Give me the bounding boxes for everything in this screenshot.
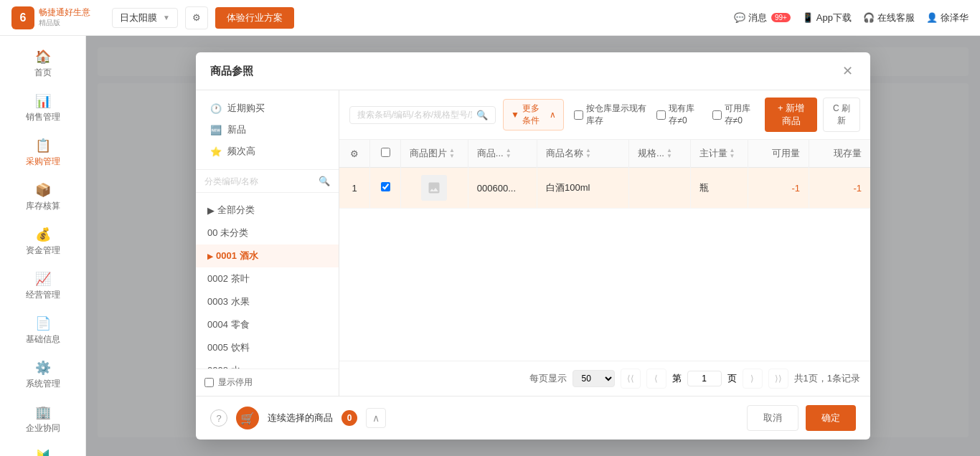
show-disabled-checkbox[interactable] (204, 378, 214, 387)
store-selector[interactable]: 日太阳膜 ▼ (112, 8, 178, 28)
product-search-input[interactable] (357, 110, 472, 120)
select-all-checkbox[interactable] (381, 148, 390, 157)
row-checkbox-cell (370, 168, 401, 209)
category-item-0005[interactable]: 0005 饮料 (196, 336, 339, 359)
quick-filter-frequent[interactable]: ⭐ 频次高 (204, 141, 330, 162)
sort-unit[interactable]: 主计量 ▲▼ (699, 147, 739, 160)
category-search-input[interactable] (204, 176, 313, 186)
trial-button[interactable]: 体验行业方案 (215, 7, 294, 29)
main-layout: 🏠 首页 📊 销售管理 📋 采购管理 📦 库存核算 💰 资金管理 📈 经营管理 … (0, 36, 980, 456)
nav-right: 💬 消息 99+ 📱 App下载 🎧 在线客服 👤 徐泽华 (734, 11, 969, 24)
category-item-0002[interactable]: 0002 茶叶 (196, 267, 339, 290)
th-avail: 可用量 (748, 140, 809, 168)
user-menu[interactable]: 👤 徐泽华 (926, 11, 969, 24)
sort-arrows-spec: ▲▼ (666, 148, 672, 159)
quick-filter-recent[interactable]: 🕐 近期购买 (204, 98, 330, 119)
collapse-footer-button[interactable]: ∧ (366, 408, 386, 428)
app-download-button[interactable]: 📱 App下载 (802, 11, 852, 24)
sidebar-label-inventory: 库存核算 (26, 200, 60, 212)
th-checkbox (370, 140, 401, 168)
confirm-button[interactable]: 确定 (806, 405, 856, 431)
prev-page-button[interactable]: ⟨ (646, 369, 666, 389)
category-label-0005: 0005 饮料 (207, 341, 250, 354)
filter-warehouse-checkbox[interactable] (574, 110, 583, 120)
sidebar-item-purchase[interactable]: 📋 采购管理 (0, 130, 85, 175)
category-item-0003[interactable]: 0003 水果 (196, 290, 339, 313)
sort-name[interactable]: 商品名称 ▲▼ (546, 147, 620, 160)
frequent-label: 频次高 (227, 145, 255, 158)
sidebar-label-enterprise: 企业协同 (26, 422, 60, 434)
dialog-close-button[interactable]: ✕ (839, 62, 856, 80)
sidebar-item-inventory[interactable]: 📦 库存核算 (0, 175, 85, 219)
app-download-label: App下载 (816, 11, 852, 24)
add-product-button[interactable]: + 新增商品 (765, 98, 817, 132)
triangle-icon: ▶ (207, 205, 215, 216)
category-item-0001[interactable]: ▶ 0001 酒水 (196, 244, 339, 267)
category-search-icon[interactable]: 🔍 (319, 176, 330, 186)
category-item-00[interactable]: 00 未分类 (196, 222, 339, 244)
system-icon: ⚙️ (35, 360, 51, 376)
category-item-all[interactable]: ▶ 全部分类 (196, 199, 339, 222)
filter-stock-ne-label[interactable]: 现有库存≠0 (656, 103, 702, 127)
sort-code[interactable]: 商品... ▲▼ (477, 147, 528, 160)
row-checkbox[interactable] (381, 182, 390, 191)
sidebar-label-home: 首页 (34, 67, 52, 79)
category-item-0004[interactable]: 0004 零食 (196, 313, 339, 336)
search-icon[interactable]: 🔍 (476, 110, 488, 120)
settings-button[interactable]: ⚙ (185, 6, 208, 29)
help-button[interactable]: ? (210, 409, 227, 427)
settings-icon[interactable]: ⚙ (350, 148, 359, 159)
filter-warehouse-label[interactable]: 按仓库显示现有库存 (574, 103, 646, 127)
online-service-button[interactable]: 🎧 在线客服 (863, 11, 915, 24)
sidebar-item-operations[interactable]: 📈 经营管理 (0, 264, 85, 308)
sidebar-item-basicinfo[interactable]: 📄 基础信息 (0, 308, 85, 353)
table-row[interactable]: 1 (339, 168, 870, 209)
enterprise-icon: 🏢 (35, 404, 51, 420)
filter-stock-ne-text: 现有库存≠0 (669, 103, 702, 127)
th-image: 商品图片 ▲▼ (400, 140, 468, 168)
last-page-button[interactable]: ⟩⟩ (768, 369, 788, 389)
sidebar-label-operations: 经营管理 (26, 289, 60, 301)
sidebar-item-system[interactable]: ⚙️ 系统管理 (0, 353, 85, 397)
content-area: 商品参照 ✕ 🕐 近期购买 🆕 (86, 36, 980, 456)
category-item-0008[interactable]: 0008 水 (196, 359, 339, 369)
table-header-row: ⚙ 商品图片 ▲▼ (339, 140, 870, 168)
next-page-button[interactable]: ⟩ (743, 369, 763, 389)
filter-avail-ne-checkbox[interactable] (712, 110, 722, 120)
home-icon: 🏠 (35, 49, 51, 65)
filter-checkboxes: 按仓库显示现有库存 现有库存≠0 可用库存≠0 (574, 103, 757, 127)
refresh-button[interactable]: C 刷新 (823, 98, 860, 132)
more-conditions-button[interactable]: ▼ 更多条件 ∧ (503, 99, 564, 130)
new-label: 新品 (227, 123, 246, 136)
sidebar-item-sales[interactable]: 📊 销售管理 (0, 86, 85, 130)
page-number-input[interactable] (687, 371, 722, 386)
sort-image[interactable]: 商品图片 ▲▼ (410, 147, 459, 160)
quick-filter-new[interactable]: 🆕 新品 (204, 119, 330, 141)
cart-button[interactable]: 🛒 (236, 407, 259, 429)
page-size-select[interactable]: 50 100 200 (573, 370, 615, 387)
sidebar-item-enterprise[interactable]: 🏢 企业协同 (0, 397, 85, 442)
selected-count-badge: 0 (341, 410, 357, 426)
show-disabled-label[interactable]: 显示停用 (218, 376, 253, 389)
filter-avail-ne-label[interactable]: 可用库存≠0 (712, 103, 758, 127)
sort-spec[interactable]: 规格... ▲▼ (638, 147, 681, 160)
sidebar-item-home[interactable]: 🏠 首页 (0, 42, 85, 86)
guide-icon: 🔰 (35, 449, 51, 456)
sidebar-label-purchase: 采购管理 (26, 156, 60, 168)
sidebar-item-guide[interactable]: 🔰 新手引导 (0, 442, 85, 456)
cancel-button[interactable]: 取消 (747, 405, 798, 431)
filter-stock-ne-checkbox[interactable] (656, 110, 666, 120)
messages-button[interactable]: 💬 消息 99+ (734, 11, 791, 24)
chevron-down-icon: ▼ (163, 14, 170, 22)
dialog-body: 🕐 近期购买 🆕 新品 ⭐ 频次高 (196, 90, 870, 396)
th-settings: ⚙ (339, 140, 370, 168)
first-page-button[interactable]: ⟨⟨ (621, 369, 641, 389)
messages-badge: 99+ (771, 13, 791, 22)
dialog-footer: ? 🛒 连续选择的商品 0 ∧ 取消 确定 (196, 396, 870, 440)
row-name: 白酒100ml (537, 168, 628, 209)
sidebar-item-finance[interactable]: 💰 资金管理 (0, 219, 85, 264)
sales-icon: 📊 (35, 93, 51, 109)
product-search-box: 🔍 (349, 106, 496, 124)
product-reference-dialog: 商品参照 ✕ 🕐 近期购买 🆕 (196, 52, 870, 440)
quick-filters: 🕐 近期购买 🆕 新品 ⭐ 频次高 (196, 90, 339, 170)
